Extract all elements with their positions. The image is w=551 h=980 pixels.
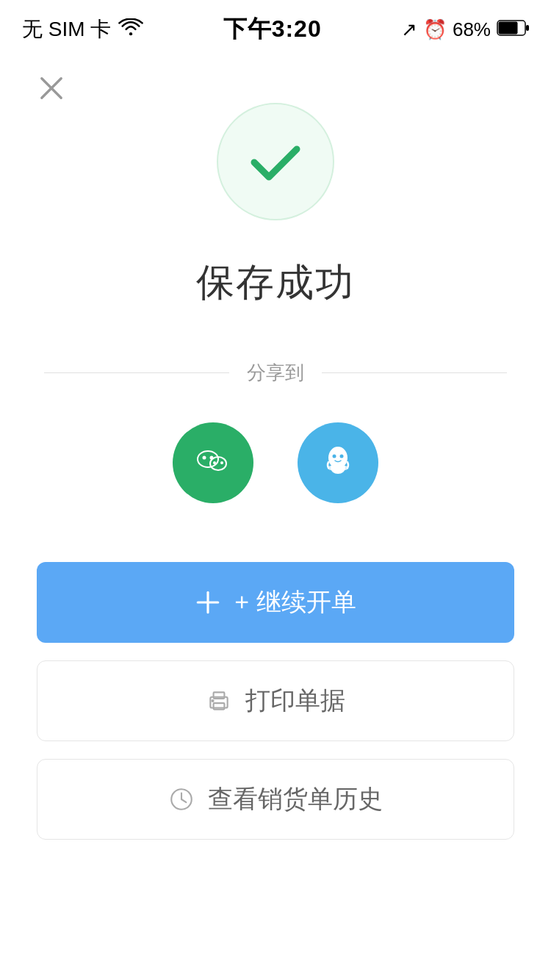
wifi-icon	[118, 18, 143, 41]
qq-icon	[315, 440, 361, 486]
svg-point-13	[333, 455, 336, 458]
print-button[interactable]: 打印单据	[37, 660, 514, 741]
success-icon-wrapper	[217, 103, 334, 220]
battery-text: 68%	[453, 18, 491, 41]
alarm-icon: ⏰	[423, 18, 447, 41]
svg-point-15	[328, 466, 335, 470]
share-divider: 分享到	[0, 360, 551, 386]
status-right: ↗ ⏰ 68%	[401, 18, 529, 41]
svg-point-9	[213, 461, 216, 464]
success-title: 保存成功	[196, 257, 355, 309]
svg-point-14	[340, 455, 344, 458]
svg-point-7	[203, 456, 206, 460]
svg-point-10	[220, 461, 223, 464]
svg-point-8	[210, 456, 214, 460]
svg-rect-2	[526, 25, 529, 31]
close-button[interactable]	[29, 66, 73, 110]
divider-line-right	[322, 372, 507, 373]
svg-point-16	[341, 466, 348, 470]
wechat-share-button[interactable]	[173, 422, 253, 503]
continue-button[interactable]: + 继续开单	[37, 562, 514, 643]
svg-rect-1	[499, 21, 518, 34]
wechat-icon	[190, 440, 236, 486]
location-icon: ↗	[401, 18, 417, 41]
svg-point-5	[198, 451, 218, 467]
print-label: 打印单据	[245, 684, 345, 718]
status-left: 无 SIM 卡	[22, 15, 143, 43]
history-icon	[168, 786, 195, 813]
qq-share-button[interactable]	[298, 422, 378, 503]
share-label: 分享到	[229, 360, 322, 386]
main-content: 保存成功 分享到	[0, 59, 551, 840]
battery-icon	[497, 18, 529, 41]
continue-label: + 继续开单	[234, 586, 356, 619]
share-icons	[173, 422, 378, 503]
divider-line-left	[44, 372, 229, 373]
checkmark-icon	[242, 129, 309, 195]
svg-point-22	[211, 699, 214, 702]
action-buttons: + 继续开单 打印单据 查看销货单历史	[0, 562, 551, 840]
plus-icon	[195, 589, 221, 616]
history-label: 查看销货单历史	[208, 782, 383, 816]
print-icon	[206, 688, 232, 714]
status-time: 下午3:20	[223, 13, 322, 46]
status-bar: 无 SIM 卡 下午3:20 ↗ ⏰ 68%	[0, 0, 551, 59]
svg-line-25	[181, 799, 186, 802]
carrier-text: 无 SIM 卡	[22, 15, 111, 43]
history-button[interactable]: 查看销货单历史	[37, 759, 514, 840]
